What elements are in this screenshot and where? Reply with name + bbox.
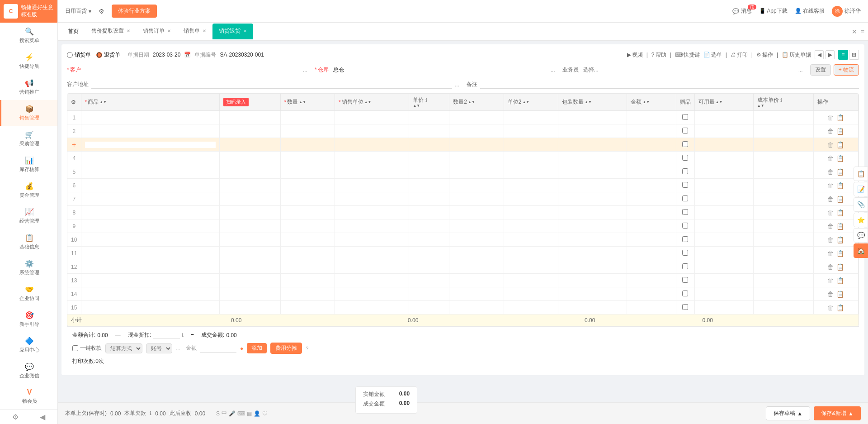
cost-cell-5[interactable] [753,165,813,179]
price-cell-11[interactable] [409,247,449,260]
product-input-15[interactable] [85,305,216,311]
copy-icon-8[interactable]: 📋 [836,209,844,216]
sidebar-item-basic[interactable]: 📋 基础信息 [0,229,57,255]
delete-icon-14[interactable]: 🗑 [827,291,834,298]
radio-sale-input[interactable] [67,52,73,58]
th-qty2-sort[interactable]: 数量2 ▲▼ [453,98,475,106]
product-input-2[interactable] [85,128,216,134]
delete-icon-6[interactable]: 🗑 [827,182,834,189]
qty2-cell-1[interactable] [449,111,504,124]
qty2-cell-15[interactable] [449,301,504,314]
gift-checkbox-11[interactable] [682,250,688,256]
unit2-cell-8[interactable] [504,206,558,219]
avail-cell-1[interactable] [694,111,753,124]
amount-cell-10[interactable] [627,233,676,247]
delete-icon-3[interactable]: 🗑 [827,141,834,148]
qty-cell-15[interactable] [280,301,335,314]
price-cell-6[interactable] [409,179,449,192]
float-btn-1[interactable]: 📋 [854,167,868,181]
copy-icon-13[interactable]: 📋 [836,277,844,284]
qty-cell-7[interactable] [280,192,335,206]
pkg-cell-6[interactable] [558,179,627,192]
product-input-7[interactable] [85,196,216,202]
tab-sale-delivery-close[interactable]: ✕ [203,29,206,33]
delete-icon-12[interactable]: 🗑 [827,263,834,271]
customer-input[interactable] [84,66,300,74]
shortcut-btn[interactable]: ⌨ 快捷键 [675,51,700,59]
price-cell-8[interactable] [409,206,449,219]
tab-close-all-icon[interactable]: ✕ [852,28,857,35]
sidebar-item-inventory[interactable]: 📊 库存核算 [0,152,57,177]
view-table-btn[interactable]: ≡ [838,50,848,60]
gift-checkbox-10[interactable] [682,236,688,242]
delete-icon-11[interactable]: 🗑 [827,250,834,257]
qty-cell-10[interactable] [280,233,335,247]
copy-icon-14[interactable]: 📋 [836,291,844,298]
qty2-cell-8[interactable] [449,206,504,219]
th-unit2-sort[interactable]: 单位2 ▲▼ [508,98,530,106]
qty-cell-5[interactable] [280,165,335,179]
product-input-14[interactable] [85,291,216,297]
cost-unit-info-icon[interactable]: ℹ [780,97,782,103]
float-btn-4[interactable]: ⭐ [854,213,868,227]
radio-return-order[interactable]: 退货单 [96,51,120,59]
product-input-12[interactable] [85,264,216,270]
float-btn-3[interactable]: 📎 [854,197,868,212]
topbar-daily-goods[interactable]: 日用百货 ▾ [65,7,91,15]
sidebar-item-marketing[interactable]: 📢 营销推广 [0,74,57,100]
product-cell-10[interactable] [81,233,220,247]
unit2-cell-14[interactable] [504,287,558,301]
scan-button[interactable]: 扫码录入 [223,98,249,106]
amount-cell-13[interactable] [627,274,676,287]
product-cell-9[interactable] [81,219,220,233]
gift-cell-6[interactable] [676,179,694,192]
debt-info-icon[interactable]: ℹ [150,410,151,416]
th-amount-sort[interactable]: 金额 ▲▼ [631,98,650,106]
avail-cell-3[interactable] [694,138,753,152]
avail-cell-14[interactable] [694,287,753,301]
pkg-cell-9[interactable] [558,219,627,233]
gift-checkbox-9[interactable] [682,223,688,229]
avail-cell-4[interactable] [694,152,753,165]
copy-icon-15[interactable]: 📋 [836,304,844,311]
avail-cell-15[interactable] [694,301,753,314]
qty2-cell-13[interactable] [449,274,504,287]
pkg-cell-15[interactable] [558,301,627,314]
address-input[interactable] [91,80,452,89]
unit-price-info-icon[interactable]: ℹ [425,97,427,103]
product-input-6[interactable] [85,182,216,189]
info-icon-discount[interactable]: ℹ [182,332,184,338]
unit-cell-10[interactable] [335,233,409,247]
settings-bottom-icon[interactable]: ⚙ [12,413,19,421]
cost-cell-13[interactable] [753,274,813,287]
tab-sale-order[interactable]: 销售订单 ✕ [137,24,177,39]
gift-cell-10[interactable] [676,233,694,247]
qty-cell-9[interactable] [280,219,335,233]
qty2-cell-7[interactable] [449,192,504,206]
account-select[interactable]: 账号 [146,343,172,353]
calendar-icon[interactable]: 📅 [184,52,191,58]
price-cell-4[interactable] [409,152,449,165]
cost-cell-1[interactable] [753,111,813,124]
product-cell-5[interactable] [81,165,220,179]
amount-cell-8[interactable] [627,206,676,219]
unit-cell-7[interactable] [335,192,409,206]
float-btn-5[interactable]: 💬 [854,228,868,243]
amount-cell-2[interactable] [627,124,676,138]
product-input-10[interactable] [85,237,216,243]
cash-discount-input[interactable] [153,332,180,338]
sidebar-item-search[interactable]: 🔍 搜索菜单 [0,23,57,48]
gift-checkbox-14[interactable] [682,291,688,296]
amount-cell-15[interactable] [627,301,676,314]
warehouse-dots[interactable]: ... [551,67,555,73]
amount-input[interactable] [200,344,236,353]
product-cell-11[interactable] [81,247,220,260]
product-cell-6[interactable] [81,179,220,192]
qty2-cell-12[interactable] [449,260,504,274]
delete-icon-7[interactable]: 🗑 [827,195,834,203]
avail-cell-6[interactable] [694,179,753,192]
pkg-cell-11[interactable] [558,247,627,260]
qty2-cell-2[interactable] [449,124,504,138]
th-pkg-sort[interactable]: 包装数量 ▲▼ [562,98,592,106]
product-cell-1[interactable] [81,111,220,124]
